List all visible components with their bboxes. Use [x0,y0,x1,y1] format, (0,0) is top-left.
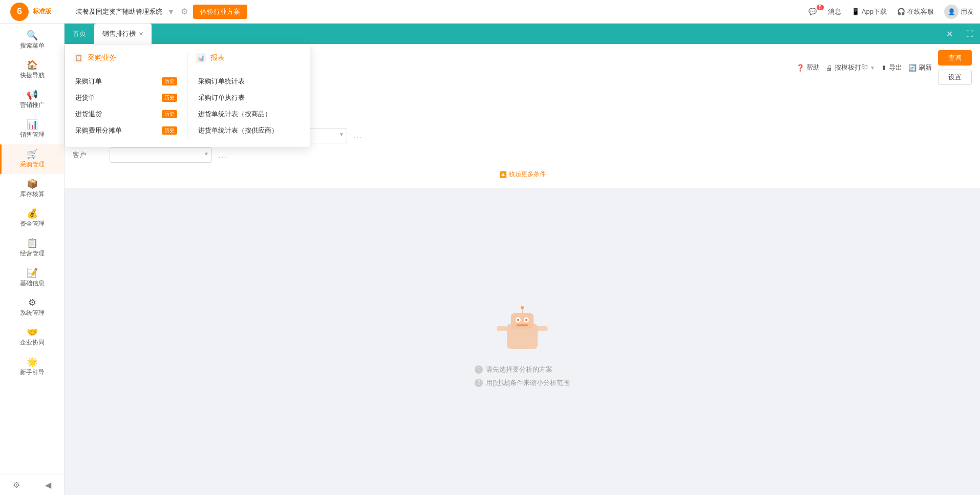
dropdown-item-purchase-order-exec[interactable]: 采购订单执行表 [196,90,302,106]
industry-solution-button[interactable]: 体验行业方案 [193,5,247,19]
online-service-label: 在线客服 [907,7,934,16]
help-icon: ❓ [796,64,804,72]
refresh-icon: 🔄 [908,64,917,72]
print-button[interactable]: 🖨 按模板打印 ▼ [826,63,875,72]
dropdown-item-stock-stat-supplier[interactable]: 进货单统计表（按供应商） [196,122,302,139]
customer-label: 客户 [73,150,103,160]
sidebar-item-finance[interactable]: 💰 资金管理 [0,204,64,233]
user-item[interactable]: 👤 用友 [944,5,974,19]
tab-sales-rank[interactable]: 销售排行榜 ✕ [94,24,152,44]
chart-icon: 📊 [27,120,38,129]
sidebar-item-sales[interactable]: 📊 销售管理 [0,115,64,144]
sidebar-item-enterprise[interactable]: 🤝 企业协同 [0,322,64,352]
setting-button[interactable]: 设置 [938,70,972,85]
sidebar-item-label: 企业协同 [20,338,45,347]
dropdown-item-stock-return[interactable]: 进货退货 历史 [73,106,179,122]
collapse-button[interactable]: 🔼 收起更多条件 [73,167,972,182]
tab-home[interactable]: 首页 [65,24,94,44]
tab-close-icon[interactable]: ✕ [139,31,143,37]
history-badge-stock-return: 历史 [162,110,177,118]
help-button[interactable]: ❓ 帮助 [796,63,820,72]
sidebar-settings-icon[interactable]: ⚙ [13,480,20,490]
customer-input[interactable] [110,147,212,163]
sidebar-item-label: 系统管理 [20,309,45,317]
tab-bar-close-button[interactable]: ✕ [939,24,960,44]
sidebar-item-inventory[interactable]: 📦 库存核算 [0,174,64,204]
tab-bar-expand-button[interactable]: ⛶ [960,24,980,44]
dropdown-item-stock-stat-goods[interactable]: 进货单统计表（按商品） [196,106,302,122]
empty-step-2: 2 用[过滤]条件来缩小分析范围 [475,376,569,390]
svg-point-10 [521,306,524,309]
document-icon: 📝 [27,268,38,277]
sidebar-item-quick-nav[interactable]: 🏠 快捷导航 [0,55,64,85]
empty-step-1: 1 请先选择要分析的方案 [475,363,569,376]
svg-rect-1 [511,313,534,329]
sidebar-item-basic-info[interactable]: 📝 基础信息 [0,263,64,293]
megaphone-icon: 📢 [27,90,38,99]
salesman-more-button[interactable]: ... [353,132,363,140]
step-num-2: 2 [475,379,483,387]
sidebar: 🔍 搜索菜单 🏠 快捷导航 📢 营销推广 📊 销售管理 🛒 采购管理 📦 库存核… [0,0,65,495]
star-icon: 🌟 [27,357,38,367]
sidebar-item-marketing[interactable]: 📢 营销推广 [0,85,64,115]
top-bar-icons: 💬 5 消息 📱 App下载 🎧 在线客服 👤 用友 [808,5,974,19]
query-button[interactable]: 查询 [938,50,972,66]
dropdown-item-stock-in[interactable]: 进货单 历史 [73,90,179,106]
print-icon: 🖨 [826,64,833,72]
dropdown-col-business: 📋 采购业务 采购订单 历史 进货单 历史 进货退货 历史 采购费用分摊单 历史 [73,53,179,139]
sidebar-collapse-icon[interactable]: ◀ [45,480,51,490]
export-icon: ⬆ [881,64,887,72]
purchase-order-stat-label: 采购订单统计表 [198,77,245,86]
handshake-icon: 🤝 [27,328,38,337]
history-badge-stock-in: 历史 [162,94,177,102]
sidebar-item-label: 采购管理 [20,160,45,169]
help-label: 帮助 [806,63,820,72]
dropdown-item-purchase-order[interactable]: 采购订单 历史 [73,73,179,90]
sidebar-item-purchase[interactable]: 🛒 采购管理 [0,144,64,174]
system-title: 装餐及固定资产辅助管理系统 [76,7,162,16]
sidebar-item-guide[interactable]: 🌟 新手引导 [0,352,64,382]
dropdown-divider [187,53,188,139]
empty-step-1-text: 请先选择要分析的方案 [486,363,552,376]
sidebar-item-label: 新手引导 [20,368,45,377]
dropdown-col-business-title: 📋 采购业务 [73,53,179,67]
sidebar-item-system[interactable]: ⚙ 系统管理 [0,293,64,322]
sidebar-item-operations[interactable]: 📋 经营管理 [0,233,64,263]
tab-bar: 首页 销售排行榜 ✕ ✕ ⛶ [65,24,980,44]
svg-point-5 [525,319,527,321]
app-download-item[interactable]: 📱 App下载 [851,7,887,16]
message-icon-item[interactable]: 💬 5 消息 [808,7,841,16]
refresh-button[interactable]: 🔄 刷新 [908,63,932,72]
home-icon: 🏠 [27,60,38,70]
message-icon: 💬 [808,8,817,15]
tab-sales-rank-label: 销售排行榜 [102,29,136,38]
dropdown-item-purchase-expense[interactable]: 采购费用分摊单 历史 [73,122,179,139]
report-icon: 📊 [196,53,206,63]
print-dropdown-icon: ▼ [870,65,875,71]
sidebar-item-label: 搜索菜单 [20,41,45,50]
box-icon: 📦 [27,179,38,188]
sidebar-bottom: ⚙ ◀ [0,475,64,495]
customer-more-button[interactable]: ... [218,151,227,159]
dropdown-col-business-label: 采购业务 [88,53,116,62]
purchase-order-exec-label: 采购订单执行表 [198,93,245,102]
collapse-label: 收起更多条件 [509,170,546,179]
sidebar-item-label: 资金管理 [20,220,45,228]
stock-stat-supplier-label: 进货单统计表（按供应商） [198,126,278,135]
purchase-business-icon: 📋 [73,53,83,63]
stock-return-label: 进货退货 [75,110,102,119]
export-button[interactable]: ⬆ 导出 [881,63,902,72]
system-dropdown-icon[interactable]: ▼ [167,8,175,16]
sidebar-item-search[interactable]: 🔍 搜索菜单 [0,26,64,55]
money-icon: 💰 [27,209,38,218]
dropdown-col-report-label: 报表 [210,53,225,62]
user-label: 用友 [961,7,974,16]
empty-state: 1 请先选择要分析的方案 2 用[过滤]条件来缩小分析范围 [65,188,980,495]
settings-icon[interactable]: ⚙ [181,7,188,16]
history-badge-purchase-order: 历史 [162,77,177,85]
sidebar-item-label: 销售管理 [20,131,45,139]
stock-stat-goods-label: 进货单统计表（按商品） [198,110,271,119]
sidebar-item-label: 营销推广 [20,101,45,110]
online-service-item[interactable]: 🎧 在线客服 [897,7,934,16]
dropdown-item-purchase-order-stat[interactable]: 采购订单统计表 [196,73,302,90]
